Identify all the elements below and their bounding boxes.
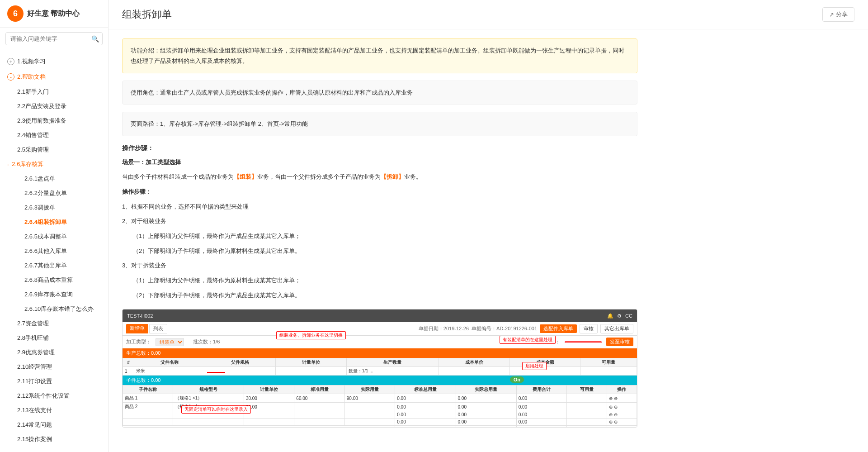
sub-col-2: 规格型号 [173, 385, 244, 394]
intro-block-2: 使用角色：通常由生产人员或库管人员完成拆装业务的操作，库管人员确认原材料的出库和… [122, 81, 637, 105]
step2-2: （2）下部明细为子件明细，最终作为原材料生成某其它出库单。 [122, 246, 637, 257]
type-selector-row: 加工类型： 组装单 拆卸单 批次数：1/6 仓库名称： 发至审核 [123, 336, 637, 348]
app-icon-3: CC [625, 313, 632, 319]
nav-sub-2-8[interactable]: 2.8手机旺辅 [0, 331, 108, 345]
nav-sub-2-6-7[interactable]: 2.6.7其他出库单 [24, 258, 108, 273]
app-bar-logo: TEST-H002 [127, 313, 153, 319]
nav-sub-2-6-children: 2.6.1盘点单 2.6.2分量盘点单 2.6.3调拨单 2.6.4组装拆卸单 … [0, 171, 108, 316]
sub-r3-name [123, 411, 173, 419]
share-button[interactable]: ↗ 分享 [822, 7, 854, 22]
app-toolbar: 新增单 列表 单据日期：2019-12-26 单据编号：AD-20191226-… [123, 322, 637, 336]
footer-label: 合计 [123, 426, 395, 428]
sub-r2-unit: 30.00 [244, 403, 294, 411]
nav-sub-2-6-5[interactable]: 2.6.5成本调整单 [24, 229, 108, 244]
nav-sub-2-6-9[interactable]: 2.6.9库存账本查询 [24, 287, 108, 302]
content-area: 功能介绍：组装拆卸单用来处理企业组装或拆卸等加工业务，支持有固定装配清单的产品加… [108, 29, 651, 445]
sub-r2-name: 商品 2 [123, 403, 173, 411]
search-button[interactable]: 🔍 [91, 35, 99, 43]
nav-item-2-header[interactable]: - 2.帮助文档 [0, 69, 108, 85]
nav-sub-2-14[interactable]: 2.14常见问题 [0, 418, 108, 432]
sub-row-1: 商品 1 （规格1 ×1） 30.00 60.00 90.00 0.00 0.0… [123, 394, 637, 403]
sub-table-bar: 子件总数：0.00 启用处理 On [123, 376, 637, 385]
nav-sub-2-6-2[interactable]: 2.6.2分量盘点单 [24, 186, 108, 200]
sub-table-header-row: 子件名称 规格型号 计量单位 标准用量 实际用量 标准总用量 实际总用量 费用合… [123, 385, 637, 394]
tab-group: 新增单 列表 [126, 324, 167, 333]
row1-spec-input[interactable] [207, 372, 225, 373]
sub-r3-ops: ⊕ ⊖ [607, 411, 637, 419]
sub-col-5: 实际用量 [344, 385, 395, 394]
nav-sub-2-6-3[interactable]: 2.6.3调拨单 [24, 200, 108, 215]
col-name: 父件名称 [134, 358, 205, 367]
sub-r3-std [294, 411, 344, 419]
nav-sub-2-12[interactable]: 2.12系统个性化设置 [0, 389, 108, 403]
scene1-title-text: 场景一：加工类型选择 [122, 159, 181, 166]
nav-sub-2-11[interactable]: 2.11打印设置 [0, 374, 108, 389]
step2: 2、对于组装业务 [122, 216, 637, 227]
upper-table-row-1: 1 米米 数量：1/1 ... [123, 367, 637, 376]
app-icon-2: ⚙ [617, 313, 622, 319]
nav-item-1: + 1.视频学习 [0, 54, 108, 69]
scene1-title: 场景一：加工类型选择 [122, 157, 637, 168]
row1-name: 米米 [134, 367, 205, 376]
nav-sub-2-6-1[interactable]: 2.6.1盘点单 [24, 171, 108, 186]
step3-2: （2）下部明细为子件明细，最终作为产成品生成某其它入库单。 [122, 290, 637, 301]
sub-r3-cost-total: 0.00 [516, 411, 566, 419]
nav-sub-2-9[interactable]: 2.9优惠券管理 [0, 345, 108, 360]
annotation-enable: 启用处理 [522, 362, 547, 370]
nav-sub-2-5[interactable]: 2.5采购管理 [0, 143, 108, 157]
sidebar-header: 6 好生意 帮助中心 [0, 0, 108, 28]
share-icon: ↗ [829, 11, 834, 18]
annotation-manual: 无固定清单可以临时在这里录入 [181, 405, 251, 414]
nav-sub-2-10[interactable]: 2.10经营管理 [0, 360, 108, 374]
nav-sub-2-6-10[interactable]: 2.6.10库存账本错了怎么办 [24, 302, 108, 316]
intro-text-2: 使用角色：通常由生产人员或库管人员完成拆装业务的操作，库管人员确认原材料的出库和… [131, 89, 413, 96]
sub-r1-spec: （规格1 ×1） [173, 394, 244, 403]
footer-std-total: ¥0.00 [395, 426, 456, 428]
upper-table: # 父件名称 父件规格 计量单位 生产数量 成本单价 成本金额 可用量 [123, 358, 637, 376]
upper-table-header-row: # 父件名称 父件规格 计量单位 生产数量 成本单价 成本金额 可用量 [123, 358, 637, 367]
sub-r2-ops: ⊕ ⊖ [607, 403, 637, 411]
nav-sub-2-6-6[interactable]: 2.6.6其他入库单 [24, 244, 108, 258]
intro-block-1: 功能介绍：组装拆卸单用来处理企业组装或拆卸等加工业务，支持有固定装配清单的产品加… [122, 38, 637, 73]
sub-r4-actual-total: 0.00 [456, 419, 516, 426]
nav-item-1-header[interactable]: + 1.视频学习 [0, 54, 108, 69]
intro-text-1: 功能介绍：组装拆卸单用来处理企业组装或拆卸等加工业务，支持有固定装配清单的产品加… [131, 47, 624, 64]
intro-block-3: 页面路径：1、库存核算->库存管理->组装拆卸单 2、首页->常用功能 [122, 112, 637, 136]
screenshot-inner: TEST-H002 🔔 ⚙ CC 新增单 列表 单据日期：2019-12-26 [123, 309, 637, 427]
scene1-desc-text: 当由多个子件材料组装成一个成品的业务为【组装】业务，当由一个父件拆分成多个子产品… [122, 173, 422, 180]
nav-sub-2-4[interactable]: 2.4销售管理 [0, 128, 108, 143]
row1-unit [276, 367, 347, 376]
nav-sub-2-15[interactable]: 2.15操作案例 [0, 432, 108, 447]
highlight-1: 【组装】 [234, 173, 257, 180]
sub-r2-actual [344, 403, 395, 411]
expand-icon-1: + [7, 58, 14, 65]
step1: 1、根据不同的业务，选择不同单据的类型来处理 [122, 201, 637, 213]
nav-item-2: - 2.帮助文档 2.1新手入门 2.2产品安装及登录 2.3使用前数据准备 2… [0, 69, 108, 447]
footer-cost-total: 0.00 [516, 426, 566, 428]
nav-item-2-label: 2.帮助文档 [17, 73, 46, 81]
nav-sub-2-6-8[interactable]: 2.6.8商品成本重算 [24, 273, 108, 287]
nav-sub-2-6[interactable]: - 2.6库存核算 [0, 157, 108, 171]
sub-r1-ops: ⊕ ⊖ [607, 394, 637, 403]
sub-row-4: 0.00 0.00 0.00 ⊕ ⊖ [123, 419, 637, 426]
confirm-btn[interactable]: 发至审核 [606, 338, 633, 346]
warehouse-input[interactable] [565, 341, 602, 343]
sub-col-1: 子件名称 [123, 385, 173, 394]
type-select[interactable]: 组装单 拆卸单 [156, 338, 184, 346]
op-steps-title: 操作步骤： [122, 144, 637, 152]
sub-r2-cost-total: 0.00 [516, 403, 566, 411]
nav-sub-2-1[interactable]: 2.1新手入门 [0, 85, 108, 99]
nav-sub-2-2[interactable]: 2.2产品安装及登录 [0, 99, 108, 114]
on-toggle[interactable]: On [510, 376, 524, 383]
nav-sub-2-3[interactable]: 2.3使用前数据准备 [0, 114, 108, 128]
logo-icon: 6 [7, 5, 24, 22]
main-content: 组装拆卸单 ↗ 分享 功能介绍：组装拆卸单用来处理企业组装或拆卸等加工业务，支持… [108, 0, 868, 452]
share-label: 分享 [836, 10, 848, 19]
col-spec: 父件规格 [205, 358, 276, 367]
nav-sub-2-7[interactable]: 2.7资金管理 [0, 316, 108, 331]
screenshot-container: TEST-H002 🔔 ⚙ CC 新增单 列表 单据日期：2019-12-26 [122, 309, 637, 428]
search-input[interactable] [5, 32, 103, 45]
sub-r1-name: 商品 1 [123, 394, 173, 403]
nav-sub-2-13[interactable]: 2.13在线支付 [0, 403, 108, 418]
nav-sub-2-6-4[interactable]: 2.6.4组装拆卸单 [24, 215, 108, 229]
